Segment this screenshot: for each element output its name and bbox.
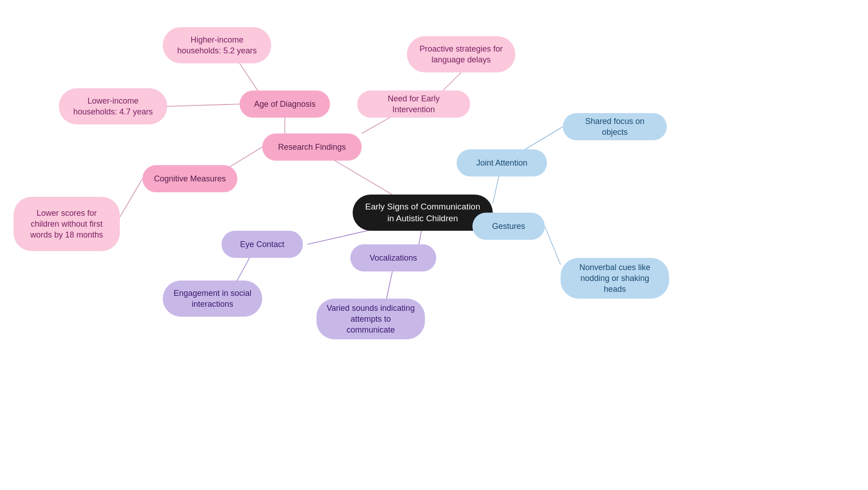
social-interactions-node: Engagement in social interactions <box>163 281 262 317</box>
higher-income-node: Higher-income households: 5.2 years <box>163 27 271 63</box>
proactive-strategies-node: Proactive strategies for language delays <box>407 36 515 72</box>
lower-scores-node: Lower scores for children without first … <box>14 197 120 251</box>
research-findings-node: Research Findings <box>262 133 362 161</box>
svg-line-15 <box>387 267 393 299</box>
cognitive-measures-node: Cognitive Measures <box>142 165 237 192</box>
gestures-node: Gestures <box>472 213 545 240</box>
svg-line-11 <box>545 226 561 265</box>
svg-line-2 <box>240 63 258 90</box>
nonverbal-cues-node: Nonverbal cues like nodding or shaking h… <box>561 258 669 299</box>
lower-income-node: Lower-income households: 4.7 years <box>59 88 167 124</box>
svg-line-7 <box>120 179 142 217</box>
age-of-diagnosis-node: Age of Diagnosis <box>240 90 330 118</box>
need-early-intervention-node: Need for Early Intervention <box>357 90 470 118</box>
center-node: Early Signs of Communication in Autistic… <box>353 195 493 231</box>
joint-attention-node: Joint Attention <box>457 149 547 176</box>
svg-line-3 <box>167 104 240 106</box>
svg-line-5 <box>443 72 461 90</box>
varied-sounds-node: Varied sounds indicating attempts to com… <box>316 299 425 339</box>
vocalizations-node: Vocalizations <box>350 244 436 271</box>
shared-focus-node: Shared focus on objects <box>563 113 667 140</box>
eye-contact-node: Eye Contact <box>222 231 303 258</box>
